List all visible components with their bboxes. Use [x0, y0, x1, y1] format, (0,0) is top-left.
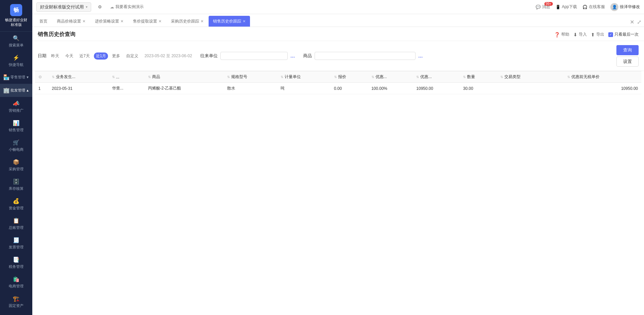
col-spec-label: 规格型号 [231, 74, 247, 80]
sidebar-item-sales[interactable]: 📊 销售管理 [0, 116, 32, 136]
sidebar-item-quicknav[interactable]: ⚡ 快捷导航 [0, 51, 32, 71]
date-opt-yesterday[interactable]: 昨天 [49, 53, 61, 60]
query-button[interactable]: 查询 [616, 45, 639, 55]
xiaochange-icon: 🛒 [13, 139, 20, 146]
sidebar-item-marketing[interactable]: 📣 营销推广 [0, 97, 32, 116]
date-opt-today[interactable]: 今天 [63, 53, 75, 60]
col-header-pretax[interactable]: ⇅ 优惠前无税单价 [564, 71, 641, 83]
sidebar-item-retail[interactable]: 🏪 零售管理 ▼ [0, 71, 32, 84]
date-label: 日期 [38, 53, 46, 59]
online-service-label: 在线客服 [589, 4, 605, 10]
sidebar-item-general[interactable]: 📋 总账管理 [0, 214, 32, 234]
tab-purchase-strategy[interactable]: 进价策略设置 ✕ [91, 16, 128, 27]
demo-button[interactable]: ☁ 我要看实例演示 [110, 4, 144, 10]
customer-ellipsis[interactable]: … [290, 53, 295, 59]
sidebar-item-inventory[interactable]: 🗄️ 库存核算 [0, 175, 32, 195]
avatar: 👤 [610, 3, 618, 11]
col-header-discount-pct[interactable]: ⇅ 优惠... [368, 71, 413, 83]
col-more-label: ... [116, 75, 119, 79]
product-ellipsis[interactable]: … [418, 53, 423, 59]
tab-price[interactable]: 商品价格设置 ✕ [52, 16, 90, 27]
table-settings-button[interactable]: 设置 [616, 57, 639, 67]
col-header-price[interactable]: ⇅ 报价 [331, 71, 368, 83]
tab-sale-extract-close[interactable]: ✕ [158, 19, 162, 24]
sidebar-item-search[interactable]: 🔍 搜索菜单 [0, 32, 32, 51]
col-header-product[interactable]: ⇅ 商品 [145, 71, 224, 83]
sidebar-item-purchase[interactable]: 📦 采购管理 [0, 155, 32, 175]
tab-purchase-strategy-close[interactable]: ✕ [120, 19, 123, 24]
tab-sale-extract[interactable]: 售价提取设置 ✕ [129, 16, 166, 27]
sidebar-item-salary[interactable]: 💳 工资 [0, 312, 32, 315]
col-header-discount-amt[interactable]: ⇅ 优惠... [413, 71, 460, 83]
topbar-settings-button[interactable]: ⚙ [95, 2, 105, 12]
module-selector[interactable]: 好业财标准版交付试用 ▾ [36, 2, 91, 12]
product-input[interactable] [315, 52, 416, 60]
cell-index: 1 [35, 83, 48, 94]
retail-icon: 🏪 [3, 74, 10, 80]
sidebar-item-finance[interactable]: 💰 资金管理 [0, 195, 32, 214]
col-header-more[interactable]: ⇅ ... [109, 71, 145, 83]
sidebar-item-xiaochange[interactable]: 🛒 小畅电商 [0, 136, 32, 155]
tab-sale-history-close[interactable]: ✕ [243, 19, 246, 24]
export-button[interactable]: ⬆ 导出 [591, 32, 604, 37]
sort-icon-discount-amt: ⇅ [416, 75, 419, 79]
date-opt-more[interactable]: 更多 [110, 53, 122, 60]
tab-home-label: 首页 [39, 19, 47, 24]
message-badge: 99+ [544, 2, 553, 6]
sidebar-retail-label: 零售管理 [10, 75, 25, 80]
export-icon: ⬆ [591, 32, 595, 37]
cell-biz-date: 2023-05-31 [48, 83, 109, 94]
sort-icon-trade-type: ⇅ [500, 75, 503, 79]
inventory-icon: 🗄️ [13, 178, 20, 185]
data-table: ⚙ ⇅ 业务发生... ⇅ ... [35, 71, 641, 94]
customer-input[interactable] [220, 52, 288, 60]
table-column-gear[interactable]: ⚙ [38, 75, 42, 79]
logo-icon: 畅 [10, 4, 22, 16]
col-price-label: 报价 [338, 74, 346, 80]
only-last-checkbox[interactable]: ✓ 只看最后一次 [608, 32, 639, 37]
tab-home[interactable]: 首页 [35, 16, 52, 27]
quicknav-icon: ⚡ [13, 55, 20, 61]
cell-price: 0.00 [331, 83, 368, 94]
sidebar-item-tax[interactable]: 📑 税务管理 [0, 253, 32, 273]
online-service-button[interactable]: 🎧 在线客服 [582, 4, 605, 10]
table-header-row: ⚙ ⇅ 业务发生... ⇅ ... [35, 71, 641, 83]
tab-price-close[interactable]: ✕ [82, 19, 85, 24]
help-button[interactable]: ❓ 帮助 [554, 32, 569, 37]
app-download-button[interactable]: 📱 App下载 [556, 4, 577, 10]
col-header-unit[interactable]: ⇅ 计量单位 [277, 71, 331, 83]
sidebar-item-wholesale[interactable]: 🏢 批发管理 ▲ [0, 84, 32, 97]
date-opt-custom[interactable]: 自定义 [124, 53, 140, 60]
tab-sale-history[interactable]: 销售历史价跟踪 ✕ [209, 16, 250, 27]
window-close-button[interactable]: ✕ [630, 19, 634, 25]
col-header-qty[interactable]: ⇅ 数量 [460, 71, 497, 83]
demo-label: 我要看实例演示 [115, 4, 144, 10]
sidebar-item-ecommerce[interactable]: 🛍️ 电商管理 [0, 273, 32, 292]
app-logo[interactable]: 畅 畅捷通好业财 标准版 [0, 0, 32, 32]
message-button[interactable]: 💬 消息 99+ [536, 4, 550, 10]
cell-discount-pct: 100.00% [368, 83, 413, 94]
col-header-spec[interactable]: ⇅ 规格型号 [224, 71, 277, 83]
tab-sale-extract-label: 售价提取设置 [133, 19, 157, 24]
date-opt-last7[interactable]: 近7天 [77, 53, 92, 60]
sidebar-marketing-label: 营销推广 [9, 108, 24, 113]
date-opt-last1m[interactable]: 近1月 [94, 53, 108, 60]
retail-arrow: ▼ [26, 75, 29, 79]
main-content: 好业财标准版交付试用 ▾ ⚙ ☁ 我要看实例演示 💬 消息 99+ 📱 App下… [32, 0, 644, 315]
window-maximize-button[interactable]: ⤢ [637, 19, 641, 25]
col-header-biz-date[interactable]: ⇅ 业务发生... [48, 71, 109, 83]
tab-purchase-history-close[interactable]: ✕ [201, 19, 204, 24]
import-button[interactable]: ⬇ 导入 [573, 32, 587, 37]
sidebar-item-assets[interactable]: 🏗️ 固定资产 [0, 292, 32, 312]
col-qty-label: 数量 [467, 74, 475, 80]
product-filter-group: 商品 … [303, 52, 423, 60]
sidebar-ecommerce-label: 电商管理 [9, 284, 24, 289]
tab-purchase-history[interactable]: 采购历史价跟踪 ✕ [167, 16, 208, 27]
user-info[interactable]: 👤 徐泽华修改 [610, 3, 640, 11]
sidebar-sales-label: 销售管理 [9, 128, 24, 133]
col-header-trade-type[interactable]: ⇅ 交易类型 [497, 71, 550, 83]
cell-discount-amt: 10950.00 [413, 83, 460, 94]
sidebar-item-invoice[interactable]: 🧾 发票管理 [0, 234, 32, 253]
mobile-icon: 📱 [556, 5, 561, 9]
help-label: 帮助 [561, 32, 569, 37]
